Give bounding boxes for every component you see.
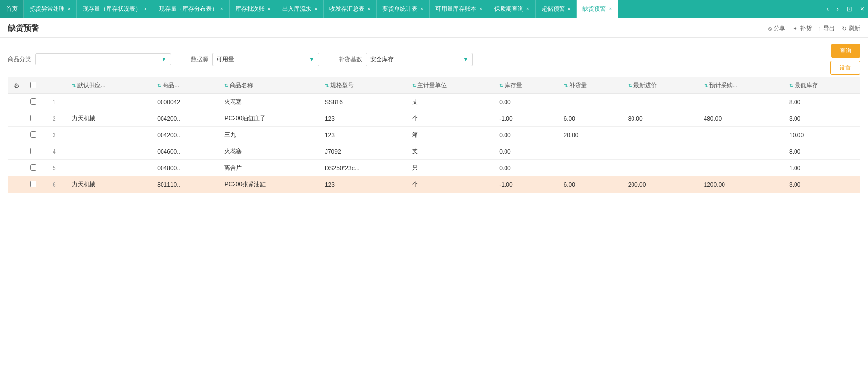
col-min-stock[interactable]: ⇅ 最低库存 xyxy=(784,77,860,94)
col-est-purchase[interactable]: ⇅ 预计采购... xyxy=(699,77,785,94)
tab-inventory-dist[interactable]: 现存量（库存分布表） × xyxy=(153,0,230,18)
row-checkbox[interactable] xyxy=(30,131,36,138)
col-latest-price[interactable]: ⇅ 最新进价 xyxy=(623,77,699,94)
nav-prev-arrow[interactable]: ‹ xyxy=(822,0,832,18)
tab-expiry[interactable]: 保质期查询 × xyxy=(488,0,536,18)
row-gear-cell xyxy=(8,176,25,193)
col-spec[interactable]: ⇅ 规格型号 xyxy=(320,77,407,94)
row-number: 2 xyxy=(41,110,67,127)
tab-home[interactable]: 首页 xyxy=(0,0,24,18)
row-stock: 0.00 xyxy=(494,160,559,176)
close-tab-batch[interactable]: × xyxy=(268,6,271,12)
row-spec: DS250*23c... xyxy=(320,160,407,176)
row-supplier: 力天机械 xyxy=(67,110,153,127)
row-latest-price xyxy=(623,94,699,110)
tab-order-stat[interactable]: 要货单统计表 × xyxy=(377,0,430,18)
row-checkbox-cell xyxy=(25,143,41,160)
page-title: 缺货预警 xyxy=(8,23,39,34)
col-row-num xyxy=(41,77,67,94)
row-product-code: 004200... xyxy=(152,110,219,127)
row-stock: -1.00 xyxy=(494,110,559,127)
tab-picking[interactable]: 拣货异常处理 × xyxy=(24,0,77,18)
col-spec-sort-icon: ⇅ xyxy=(325,83,329,88)
col-est-purchase-sort-icon: ⇅ xyxy=(704,83,708,88)
row-unit: 个 xyxy=(407,110,495,127)
col-stock[interactable]: ⇅ 库存量 xyxy=(494,77,559,94)
row-product-code: 004600... xyxy=(152,143,219,160)
replenish-base-value: 安全库存 xyxy=(370,55,459,64)
row-product-name: PC200张紧油缸 xyxy=(219,176,320,193)
row-spec: SS816 xyxy=(320,94,407,110)
col-replenish[interactable]: ⇅ 补货量 xyxy=(559,77,623,94)
tab-shortage[interactable]: 缺货预警 × xyxy=(577,0,618,18)
export-action[interactable]: ↑ 导出 xyxy=(818,24,835,33)
row-supplier xyxy=(67,143,153,160)
nav-next-arrow[interactable]: › xyxy=(832,0,843,18)
datasource-label: 数据源 xyxy=(191,55,208,64)
row-gear-cell xyxy=(8,127,25,143)
close-tab-shortage[interactable]: × xyxy=(609,6,612,12)
filter-group-category: 商品分类 ▼ xyxy=(8,53,171,65)
select-all-checkbox[interactable] xyxy=(30,82,36,88)
close-tab-overstock[interactable]: × xyxy=(568,6,571,12)
replenish-base-label: 补货基数 xyxy=(339,55,362,64)
col-product-name[interactable]: ⇅ 商品名称 xyxy=(219,77,320,94)
close-tab-available[interactable]: × xyxy=(479,6,482,12)
tab-summary[interactable]: 收发存汇总表 × xyxy=(324,0,377,18)
row-product-code: 004800... xyxy=(152,160,219,176)
col-product-code[interactable]: ⇅ 商品... xyxy=(152,77,219,94)
row-checkbox[interactable] xyxy=(30,164,36,171)
column-settings-icon[interactable]: ⚙ xyxy=(14,82,20,89)
row-est-purchase: 480.00 xyxy=(699,110,785,127)
tab-inventory-status[interactable]: 现存量（库存状况表） × xyxy=(77,0,153,18)
close-tab-picking[interactable]: × xyxy=(68,6,71,12)
col-stock-sort-icon: ⇅ xyxy=(499,83,503,88)
tab-available[interactable]: 可用量库存账本 × xyxy=(430,0,488,18)
row-checkbox[interactable] xyxy=(30,148,36,154)
refresh-action[interactable]: ↻ 刷新 xyxy=(842,24,860,33)
category-select[interactable]: ▼ xyxy=(35,53,171,65)
row-checkbox[interactable] xyxy=(30,181,36,187)
close-tab-summary[interactable]: × xyxy=(367,6,370,12)
query-button[interactable]: 查询 xyxy=(831,44,860,58)
restore-window[interactable]: ⊡ xyxy=(843,0,856,18)
row-latest-price xyxy=(623,160,699,176)
nav-arrows: ‹ › ⊡ × xyxy=(822,0,868,18)
close-window[interactable]: × xyxy=(856,0,868,18)
tab-overstock[interactable]: 超储预警 × xyxy=(536,0,577,18)
row-replenish xyxy=(559,94,623,110)
col-checkbox-header xyxy=(25,77,41,94)
datasource-select[interactable]: 可用量 ▼ xyxy=(212,53,319,66)
filter-area: 商品分类 ▼ 数据源 可用量 ▼ 补货基数 安全库存 ▼ 查询 设置 xyxy=(0,38,868,77)
row-checkbox[interactable] xyxy=(30,115,36,121)
tab-inout[interactable]: 出入库流水 × xyxy=(276,0,324,18)
replenish-action[interactable]: ＋ 补货 xyxy=(792,24,812,33)
row-replenish xyxy=(559,160,623,176)
row-supplier: 力天机械 xyxy=(67,176,153,193)
row-checkbox[interactable] xyxy=(30,98,36,105)
row-checkbox-cell xyxy=(25,176,41,193)
close-tab-inv-status[interactable]: × xyxy=(144,6,147,12)
filter-group-datasource: 数据源 可用量 ▼ xyxy=(191,53,319,66)
settings-button[interactable]: 设置 xyxy=(830,61,860,75)
row-est-purchase xyxy=(699,143,785,160)
row-unit: 只 xyxy=(407,160,495,176)
col-unit[interactable]: ⇅ 主计量单位 xyxy=(407,77,495,94)
share-action[interactable]: ⎋ 分享 xyxy=(768,24,785,33)
row-min-stock: 1.00 xyxy=(784,160,860,176)
col-supplier[interactable]: ⇅ 默认供应... xyxy=(67,77,153,94)
refresh-icon: ↻ xyxy=(842,25,847,32)
tab-batch[interactable]: 库存批次账 × xyxy=(230,0,277,18)
replenish-base-select[interactable]: 安全库存 ▼ xyxy=(366,53,473,66)
close-tab-inv-dist[interactable]: × xyxy=(220,6,223,12)
close-tab-inout[interactable]: × xyxy=(314,6,317,12)
row-est-purchase xyxy=(699,127,785,143)
col-latest-price-sort-icon: ⇅ xyxy=(628,83,632,88)
row-number: 4 xyxy=(41,143,67,160)
close-tab-expiry[interactable]: × xyxy=(526,6,529,12)
row-est-purchase: 1200.00 xyxy=(699,176,785,193)
row-latest-price xyxy=(623,127,699,143)
main-content: 缺货预警 ⎋ 分享 ＋ 补货 ↑ 导出 ↻ 刷新 商品分类 xyxy=(0,18,868,387)
close-tab-order-stat[interactable]: × xyxy=(420,6,423,12)
row-unit: 箱 xyxy=(407,127,495,143)
